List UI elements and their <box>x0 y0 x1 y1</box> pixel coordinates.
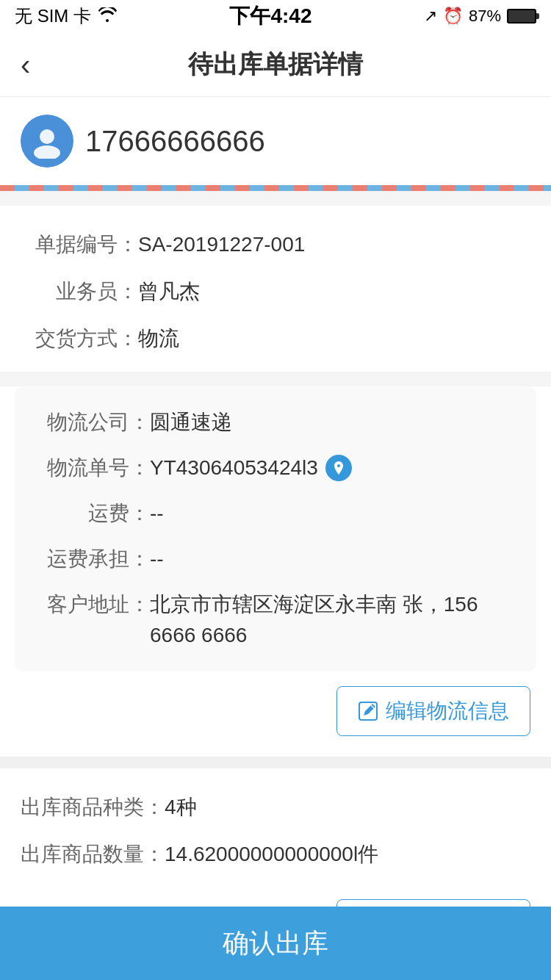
nav-bar: ‹ 待出库单据详情 <box>0 32 551 97</box>
dashed-divider <box>0 185 551 191</box>
goods-section: 出库商品种类： 4种 出库商品数量： 14.62000000000000l件 <box>0 768 551 887</box>
status-bar: 无 SIM 卡 下午4:42 ↗ ⏰ 87% <box>0 0 551 32</box>
svg-point-1 <box>34 145 60 159</box>
page-title: 待出库单据详情 <box>188 48 363 82</box>
sales-rep-row: 业务员： 曾凡杰 <box>21 276 530 307</box>
goods-types-label: 出库商品种类： <box>21 792 165 823</box>
edit-logistics-button[interactable]: 编辑物流信息 <box>336 686 530 736</box>
freight-bearer-row: 运费承担： -- <box>32 544 519 574</box>
sales-rep-value: 曾凡杰 <box>138 276 530 307</box>
separator-1 <box>0 757 551 768</box>
order-info-section: 单据编号： SA-20191227-001 业务员： 曾凡杰 交货方式： 物流 <box>0 206 551 372</box>
svg-point-0 <box>40 129 54 144</box>
location-status-icon: ↗ <box>424 7 437 26</box>
order-number-row: 单据编号： SA-20191227-001 <box>21 229 530 260</box>
delivery-method-row: 交货方式： 物流 <box>21 323 530 354</box>
logistics-company-label: 物流公司： <box>32 407 150 438</box>
order-number-label: 单据编号： <box>21 229 138 260</box>
logistics-company-value: 圆通速递 <box>150 407 519 438</box>
freight-bearer-value: -- <box>150 544 519 574</box>
edit-logistics-row: 编辑物流信息 <box>0 671 551 757</box>
order-number-value: SA-20191227-001 <box>138 229 530 260</box>
goods-types-value: 4种 <box>165 792 530 823</box>
status-left: 无 SIM 卡 <box>15 4 118 28</box>
logistics-card: 物流公司： 圆通速递 物流单号： YT43064053424l3 <box>15 386 536 671</box>
goods-quantity-row: 出库商品数量： 14.62000000000000l件 <box>21 839 530 870</box>
battery-icon <box>507 9 536 24</box>
delivery-method-value: 物流 <box>138 323 530 354</box>
alarm-icon: ⏰ <box>443 7 463 26</box>
freight-label: 运费： <box>32 498 150 529</box>
confirm-button[interactable]: 确认出库 <box>0 907 551 980</box>
wifi-icon <box>97 6 118 26</box>
user-card: 17666666666 <box>0 97 551 185</box>
sales-rep-label: 业务员： <box>21 276 138 307</box>
address-value: 北京市市辖区海淀区永丰南 张，156 6666 6666 <box>150 589 519 651</box>
logistics-tracking-label: 物流单号： <box>32 453 150 483</box>
battery-label: 87% <box>469 7 501 26</box>
content-area: 17666666666 单据编号： SA-20191227-001 业务员： 曾… <box>0 97 551 980</box>
logistics-tracking-row: 物流单号： YT43064053424l3 <box>32 453 519 483</box>
goods-quantity-value: 14.62000000000000l件 <box>165 839 530 870</box>
freight-row: 运费： -- <box>32 498 519 529</box>
status-right: ↗ ⏰ 87% <box>424 7 536 26</box>
logistics-tracking-value: YT43064053424l3 <box>150 453 519 483</box>
page-container: 无 SIM 卡 下午4:42 ↗ ⏰ 87% ‹ 待出库单据详情 <box>0 0 551 980</box>
back-button[interactable]: ‹ <box>21 50 30 79</box>
status-time: 下午4:42 <box>229 2 311 30</box>
goods-quantity-label: 出库商品数量： <box>21 839 165 870</box>
logistics-company-row: 物流公司： 圆通速递 <box>32 407 519 438</box>
user-phone: 17666666666 <box>85 125 265 158</box>
carrier-label: 无 SIM 卡 <box>15 4 91 28</box>
user-avatar <box>21 115 73 167</box>
freight-value: -- <box>150 498 519 529</box>
freight-bearer-label: 运费承担： <box>32 544 150 574</box>
address-row: 客户地址： 北京市市辖区海淀区永丰南 张，156 6666 6666 <box>32 589 519 651</box>
confirm-bar: 确认出库 <box>0 907 551 980</box>
delivery-method-label: 交货方式： <box>21 323 138 354</box>
logistics-wrapper: 物流公司： 圆通速递 物流单号： YT43064053424l3 <box>0 386 551 757</box>
address-label: 客户地址： <box>32 589 150 620</box>
tracking-location-icon[interactable] <box>325 455 352 481</box>
goods-types-row: 出库商品种类： 4种 <box>21 792 530 823</box>
